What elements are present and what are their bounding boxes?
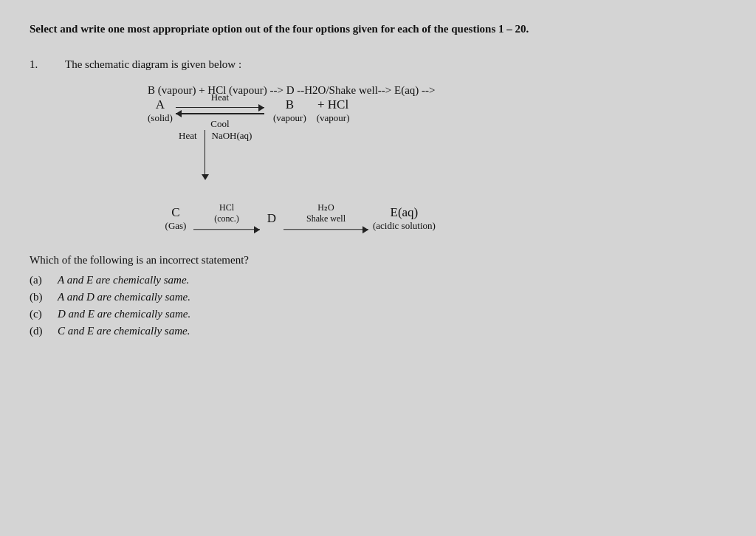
vert-arrowhead	[202, 174, 209, 180]
arrow-h2o: H₂O Shake well	[284, 202, 368, 235]
plus-hcl-top: + HCl	[317, 97, 348, 112]
option-a-text: A and E are chemically same.	[58, 274, 189, 286]
hcl-arrow-line	[193, 224, 260, 235]
question-header: 1. The schematic diagram is given below …	[30, 58, 726, 71]
heat-side-label: Heat	[179, 130, 197, 142]
node-c-sub: (Gas)	[165, 220, 187, 232]
hcl-top-sub: (vapour)	[317, 112, 350, 124]
option-c-label: (c)	[30, 308, 50, 320]
mcq-options: (a) A and E are chemically same. (b) A a…	[30, 274, 726, 337]
question-text: The schematic diagram is given below :	[65, 58, 241, 71]
h2o-arrow-line	[284, 224, 368, 235]
vertical-section: Heat NaOH(aq)	[179, 130, 252, 180]
hcl-conc: HCl	[219, 202, 234, 213]
option-b-label: (b)	[30, 291, 50, 303]
question-block: 1. The schematic diagram is given below …	[30, 58, 726, 337]
h2o-label: H₂O	[317, 202, 334, 213]
arrow-bottom-line	[176, 113, 264, 114]
hcl-conc-label: HCl	[219, 202, 234, 213]
page: Select and write one most appropriate op…	[0, 0, 756, 536]
node-e-letter: E(aq)	[391, 205, 419, 220]
arrow-hcl-conc: HCl (conc.)	[193, 202, 260, 235]
plus-hcl-vapour: + HCl (vapour)	[317, 97, 350, 124]
node-a-letter: A	[156, 97, 165, 112]
option-d[interactable]: (d) C and E are chemically same.	[30, 325, 726, 337]
double-arrow	[176, 104, 264, 117]
diagram: B (vapour) + HCl (vapour) --> A (solid) …	[148, 84, 591, 239]
arrow-heat-cool: Heat Cool	[176, 92, 264, 130]
node-b: B (vapour)	[273, 97, 306, 124]
hcl-top: HCl	[328, 97, 348, 111]
hcl-conc-sub: (conc.)	[214, 213, 239, 224]
hcl-single-line	[193, 229, 260, 230]
option-c-text: D and E are chemically same.	[58, 308, 190, 320]
mcq-question-text: Which of the following is an incorrect s…	[30, 254, 726, 267]
option-d-text: C and E are chemically same.	[58, 325, 190, 337]
node-c: C (Gas)	[162, 205, 189, 232]
bottom-row: C (Gas) HCl (conc.) D	[162, 202, 605, 235]
node-e: E(aq) (acidic solution)	[373, 205, 436, 232]
node-d: D	[264, 211, 279, 226]
heat-label: Heat	[211, 92, 230, 103]
node-b-sub: (vapour)	[273, 112, 306, 124]
plus-sign: +	[317, 97, 325, 111]
mcq-block: Which of the following is an incorrect s…	[30, 254, 726, 337]
option-b[interactable]: (b) A and D are chemically same.	[30, 291, 726, 303]
option-b-text: A and D are chemically same.	[58, 291, 190, 303]
node-a: A (solid)	[148, 97, 173, 124]
option-a-label: (a)	[30, 274, 50, 286]
shake-label: Shake well	[306, 213, 346, 224]
node-a-sub: (solid)	[148, 112, 173, 124]
top-row: A (solid) Heat Cool B (vapour)	[148, 92, 591, 130]
naoh-label: NaOH(aq)	[212, 130, 252, 142]
option-d-label: (d)	[30, 325, 50, 337]
node-c-letter: C	[171, 205, 179, 220]
cool-label: Cool	[210, 118, 229, 130]
h2o-single-line	[284, 229, 368, 230]
option-c[interactable]: (c) D and E are chemically same.	[30, 308, 726, 320]
heat-naoh-row: Heat NaOH(aq)	[179, 130, 252, 180]
option-a[interactable]: (a) A and E are chemically same.	[30, 274, 726, 286]
vertical-arrow	[202, 130, 209, 180]
node-e-sub: (acidic solution)	[373, 220, 436, 232]
node-b-letter: B	[286, 97, 294, 112]
arrow-top-line	[176, 107, 264, 109]
vert-line	[205, 130, 206, 174]
instruction-text: Select and write one most appropriate op…	[30, 21, 726, 38]
question-number: 1.	[30, 58, 47, 71]
